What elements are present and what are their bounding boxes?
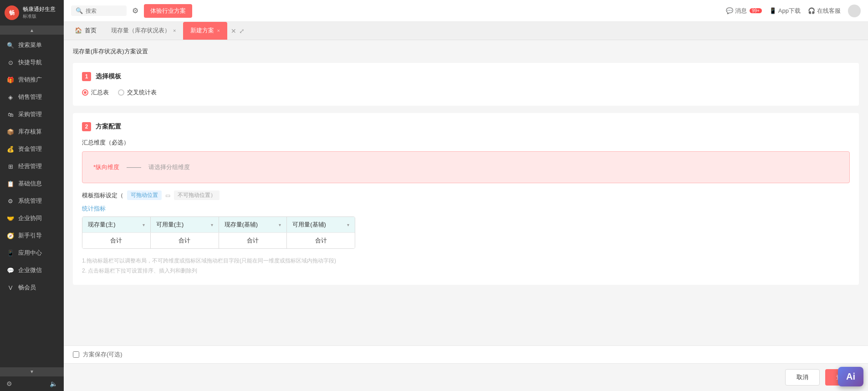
box-icon: 📦 — [6, 128, 15, 136]
dimension-label: 汇总维度（必选） — [82, 139, 850, 147]
trial-industry-button[interactable]: 体验行业方案 — [144, 4, 192, 18]
bag-icon: 🛍 — [6, 110, 15, 118]
top-header: 🔍 ⚙ 体验行业方案 💬 消息 99+ 📱 App下载 🎧 在线客服 — [64, 0, 868, 22]
header-right: 💬 消息 99+ 📱 App下载 🎧 在线客服 — [726, 5, 861, 17]
sidebar: 畅 畅康通好生意 标准版 ▲ 🔍 搜索菜单 ⊙ 快捷导航 🎁 营销推广 ◈ 销售… — [0, 0, 64, 391]
col2-header[interactable]: 可用量(主) ▾ — [151, 217, 219, 232]
sidebar-item-system[interactable]: ⚙ 系统管理 — [0, 192, 64, 210]
tab-new-plan-label: 新建方案 — [190, 26, 214, 35]
col3-chevron: ▾ — [279, 222, 281, 227]
dimension-inner: *纵向维度 —— 请选择分组维度 — [93, 163, 190, 171]
search-icon: 🔍 — [76, 7, 83, 14]
message-icon: 💬 — [726, 7, 733, 14]
sidebar-item-purchase[interactable]: 🛍 采购管理 — [0, 106, 64, 123]
tab-new-plan[interactable]: 新建方案 × — [183, 22, 227, 40]
section1-header: 1 选择模板 — [82, 72, 850, 81]
window-close-icon[interactable]: ✕ — [231, 27, 236, 35]
sidebar-item-label: 销售管理 — [18, 93, 42, 101]
sidebar-item-operations[interactable]: ⊞ 经营管理 — [0, 158, 64, 175]
sidebar-item-label: 新手引导 — [18, 232, 42, 240]
col1-sub: 合计 — [110, 237, 122, 245]
indicator-label-text: 模板指标设定（ — [82, 191, 123, 200]
grid-icon: ⊞ — [6, 162, 15, 170]
sidebar-item-label: 企业协同 — [18, 214, 42, 222]
header-search-box[interactable]: 🔍 — [71, 5, 127, 16]
sidebar-scroll-up[interactable]: ▲ — [0, 26, 64, 35]
apps-icon: 📱 — [6, 249, 15, 257]
ai-float-button[interactable]: Ai — [838, 367, 863, 386]
tip2: 2. 点击标题栏下拉可设置排序、插入列和删除列 — [82, 266, 850, 276]
stats-table-header: 现存量(主) ▾ 可用量(主) ▾ 现存量(基辅) ▾ 可用量(基辅) — [82, 217, 355, 232]
sidebar-item-cooperation[interactable]: 🤝 企业协同 — [0, 210, 64, 227]
sidebar-item-label: 应用中心 — [18, 249, 42, 257]
stats-table: 现存量(主) ▾ 可用量(主) ▾ 现存量(基辅) ▾ 可用量(基辅) — [82, 216, 355, 249]
tab-home[interactable]: 🏠 首页 — [67, 22, 104, 40]
content-area: 现存量(库存状况表)方案设置 1 选择模板 汇总表 交叉统计表 — [64, 40, 868, 345]
dimension-required-label: *纵向维度 — [93, 163, 119, 171]
tips-section: 1.拖动标题栏可以调整布局，不可跨维度或指标区域拖动栏目字段(只能在同一维度或指… — [82, 256, 850, 276]
sidebar-item-label: 快捷导航 — [18, 58, 42, 67]
sidebar-item-label: 营销推广 — [18, 76, 42, 84]
dimension-placeholder: 请选择分组维度 — [148, 163, 190, 171]
dimension-area[interactable]: *纵向维度 —— 请选择分组维度 — [82, 151, 850, 183]
col3-header[interactable]: 现存量(基辅) ▾ — [219, 217, 287, 232]
search-input[interactable] — [86, 8, 122, 14]
col3-sub: 合计 — [247, 237, 259, 245]
window-expand-icon[interactable]: ⤢ — [239, 27, 245, 35]
sidebar-item-wechat[interactable]: 💬 企业微信 — [0, 262, 64, 279]
header-left: 🔍 ⚙ 体验行业方案 — [71, 4, 192, 18]
tip2-text: 2. 点击标题栏下拉可设置排序、插入列和删除列 — [82, 266, 197, 276]
col1-value: 合计 — [82, 233, 151, 248]
radio-summary-dot — [84, 91, 87, 94]
section1-title: 选择模板 — [96, 72, 121, 81]
radio-cross-circle — [118, 89, 124, 96]
sidebar-footer: ⚙ 🔈 — [0, 376, 64, 391]
gear-settings-icon[interactable]: ⚙ — [132, 6, 138, 15]
section2-header: 2 方案配置 — [82, 122, 850, 131]
sidebar-item-search-menu[interactable]: 🔍 搜索菜单 — [0, 36, 64, 54]
app-name: 畅康通好生意 — [23, 6, 56, 13]
tab-inventory-label: 现存量（库存状况表） — [111, 26, 170, 35]
user-avatar[interactable] — [848, 5, 861, 17]
app-logo-icon: 畅 — [5, 5, 19, 20]
sidebar-item-finance[interactable]: 💰 资金管理 — [0, 140, 64, 158]
col4-chevron: ▾ — [347, 222, 349, 227]
sidebar-item-apps[interactable]: 📱 应用中心 — [0, 244, 64, 262]
sidebar-item-basic-info[interactable]: 📋 基础信息 — [0, 175, 64, 192]
messages-button[interactable]: 💬 消息 99+ — [726, 7, 762, 15]
app-download-button[interactable]: 📱 App下载 — [769, 7, 801, 15]
info-icon: 📋 — [6, 180, 15, 188]
sidebar-scroll-down[interactable]: ▼ — [0, 367, 64, 376]
col1-header[interactable]: 现存量(主) ▾ — [82, 217, 151, 232]
sidebar-item-label: 经营管理 — [18, 162, 42, 170]
radio-cross-label: 交叉统计表 — [127, 88, 157, 97]
sidebar-item-marketing[interactable]: 🎁 营销推广 — [0, 71, 64, 88]
sidebar-item-inventory[interactable]: 📦 库存核算 — [0, 123, 64, 140]
message-badge: 99+ — [750, 8, 762, 13]
sidebar-item-quick-nav[interactable]: ⊙ 快捷导航 — [0, 54, 64, 71]
footer-gear-icon[interactable]: ⚙ — [6, 380, 12, 387]
tab-new-plan-close[interactable]: × — [217, 28, 220, 33]
radio-cross[interactable]: 交叉统计表 — [118, 88, 157, 97]
app-download-label: App下载 — [778, 7, 801, 15]
tab-inventory-status[interactable]: 现存量（库存状况表） × — [104, 22, 183, 40]
col4-sub: 合计 — [315, 237, 327, 245]
page-title: 现存量(库存状况表)方案设置 — [73, 47, 859, 56]
compass-icon: ⊙ — [6, 58, 15, 67]
sidebar-item-guide[interactable]: 🧭 新手引导 — [0, 227, 64, 244]
guide-icon: 🧭 — [6, 232, 15, 240]
section2-number: 2 — [82, 122, 91, 131]
col2-sub: 合计 — [179, 237, 190, 245]
draggable-badge: 可拖动位置 — [127, 190, 162, 200]
stats-label: 统计指标 — [82, 205, 850, 213]
online-service-button[interactable]: 🎧 在线客服 — [808, 7, 841, 15]
footer-speaker-icon[interactable]: 🔈 — [50, 380, 57, 387]
cancel-button[interactable]: 取消 — [785, 369, 820, 386]
tab-inventory-close[interactable]: × — [173, 28, 176, 33]
col4-header[interactable]: 可用量(基辅) ▾ — [287, 217, 355, 232]
radio-summary[interactable]: 汇总表 — [82, 88, 109, 97]
save-checkbox[interactable] — [73, 351, 79, 358]
sidebar-item-sales[interactable]: ◈ 销售管理 — [0, 88, 64, 106]
tip1: 1.拖动标题栏可以调整布局，不可跨维度或指标区域拖动栏目字段(只能在同一维度或指… — [82, 256, 850, 266]
sidebar-item-members[interactable]: V 畅会员 — [0, 279, 64, 296]
